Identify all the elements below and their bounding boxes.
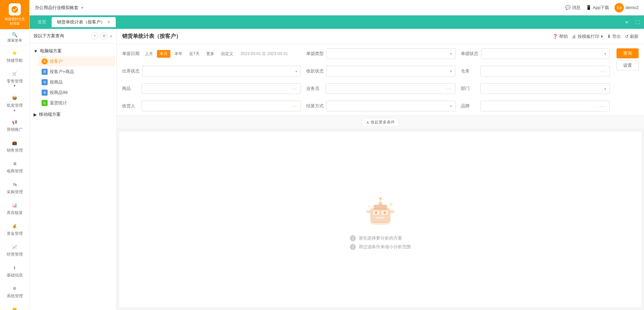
svg-point-8	[378, 202, 382, 206]
sidebar-item-sales[interactable]: 💼 销售管理	[0, 136, 29, 157]
export-btn[interactable]: ⬇ 导出	[607, 34, 621, 40]
sidebar-item-enterprise[interactable]: 🤝 企业协同	[0, 302, 29, 310]
scheme-item-by-customer-product[interactable]: 图 按客户+商品	[38, 67, 115, 77]
sidebar-item-basic[interactable]: ℹ 基础信息	[0, 261, 29, 281]
quick-nav-icon: ⭐	[11, 49, 18, 57]
hint-num-2: 2	[350, 244, 356, 250]
scheme-group-mobile-toggle[interactable]: ▶ 移动端方案	[30, 109, 116, 119]
quick-nav-label: 快捷导航	[7, 58, 23, 63]
date-tab-this-month[interactable]: 本月	[157, 50, 170, 58]
scheme-item-by-product[interactable]: 表 按商品	[38, 77, 115, 87]
salesperson-label: 业务员	[306, 86, 323, 92]
tab-close-all-btn[interactable]: ✕	[623, 18, 631, 26]
product-select[interactable]: ···	[142, 83, 301, 94]
filter-product: 商品 ···	[122, 83, 301, 94]
date-tab-this-year[interactable]: 本年	[172, 50, 185, 58]
warehouse-label: 仓库	[461, 68, 478, 74]
empty-illustration	[360, 190, 400, 230]
by-customer-product-label: 按客户+商品	[50, 69, 74, 75]
brand-select[interactable]: ···	[480, 101, 610, 111]
empty-hints: 1 请先选择要分析的方案 2 用过滤条件来缩小分析范围	[350, 235, 411, 250]
sidebar-item-wholesale[interactable]: 📦 批发管理 ▲	[0, 91, 29, 115]
refresh-btn[interactable]: ↺ 刷新	[625, 34, 639, 40]
receiver-label: 收货人	[122, 103, 139, 109]
sidebar-item-purchase[interactable]: 🛍 采购管理	[0, 177, 29, 198]
sidebar-item-system[interactable]: ⚙ 系统管理	[0, 281, 29, 302]
product-dots-icon: ···	[291, 86, 298, 91]
empty-hint-1: 1 请先选择要分析的方案	[350, 235, 411, 241]
right-panel: 销货单统计表（按客户） ❓ 帮助 🖨 按模板打印 ▾ ⬇ 导出	[117, 29, 644, 310]
order-state-select[interactable]: ▾	[481, 48, 610, 59]
sidebar-item-marketing[interactable]: 📢 营销推广	[0, 115, 29, 136]
app-logo: 畅捷通好生意 标准版	[0, 0, 30, 29]
order-state-arrow-icon: ▾	[604, 52, 606, 56]
finance-label: 资金管理	[7, 231, 23, 237]
tab-maximize-btn[interactable]: ⛶	[633, 18, 641, 26]
sidebar-item-search[interactable]: 🔍 搜索菜单	[0, 29, 29, 46]
app-download-label: App下载	[593, 5, 609, 11]
tab-close-btn[interactable]: ✕	[107, 20, 110, 24]
date-tab-last-month[interactable]: 上月	[142, 50, 156, 58]
scheme-item-by-product-99[interactable]: 表 按商品99	[38, 88, 115, 98]
scheme-collapse-btn[interactable]: «	[110, 33, 112, 39]
tab-home[interactable]: 首页	[32, 17, 52, 27]
date-tab-more[interactable]: 更多	[204, 50, 217, 58]
warehouse-select[interactable]: ···	[480, 66, 610, 76]
message-btn[interactable]: 💬 消息	[565, 5, 581, 11]
sidebar-item-retail[interactable]: 🛒 零售管理 ▼	[0, 67, 29, 91]
by-product-label: 按商品	[50, 79, 63, 85]
industry-dropdown-btn[interactable]: ▾	[81, 5, 83, 10]
receiver-select[interactable]: ···	[142, 101, 301, 111]
salesperson-select[interactable]: ···	[326, 83, 455, 94]
filter-date: 单据日期 上月 本月 本年 近7天 更多 自定义	[122, 50, 301, 58]
settlement-select[interactable]: ▾	[326, 101, 455, 111]
collection-state-select[interactable]: ▾	[326, 66, 455, 76]
scheme-item-return-stat[interactable]: 柱 退货统计	[38, 98, 115, 108]
department-select[interactable]: ▾	[480, 83, 610, 94]
svg-point-13	[390, 203, 392, 206]
order-type-select[interactable]: ▾	[326, 48, 455, 59]
sidebar-item-quick-nav[interactable]: ⭐ 快捷导航	[0, 46, 29, 67]
order-type-label: 单据类型	[306, 51, 324, 57]
app-name: 畅捷通好生意	[5, 17, 25, 21]
collapse-more-btn[interactable]: ∧ 收起更多条件	[362, 118, 399, 127]
brand-label: 品牌	[461, 103, 478, 109]
inventory-icon: 📊	[11, 202, 18, 209]
query-btn[interactable]: 查询	[616, 48, 639, 58]
date-tab-custom[interactable]: 自定义	[218, 50, 236, 58]
sidebar-item-ecommerce[interactable]: 🖥 电商管理	[0, 157, 29, 177]
settings-btn[interactable]: 设置	[616, 60, 639, 70]
warehouse-dots-icon: ···	[600, 68, 606, 74]
print-btn[interactable]: 🖨 按模板打印 ▾	[572, 34, 603, 40]
filter-order-state: 单据状态 ▾	[461, 48, 610, 59]
avatar-text: Ea	[617, 5, 622, 10]
app-download-btn[interactable]: 📱 App下载	[586, 5, 609, 11]
ecommerce-label: 电商管理	[7, 168, 23, 174]
filter-out-state: 出库状态 ▾	[122, 66, 301, 76]
scheme-group-desktop-toggle[interactable]: ▼ 电脑端方案	[30, 46, 116, 56]
scheme-item-by-customer[interactable]: 客 按客户	[38, 56, 115, 66]
by-product-99-icon: 表	[42, 90, 48, 96]
tab-sales-stat[interactable]: 销货单统计表（按客户） ✕	[52, 17, 116, 27]
scheme-settings-btn[interactable]: ⚙	[100, 32, 108, 40]
scheme-add-btn[interactable]: +	[91, 32, 98, 40]
marketing-icon: 📢	[11, 118, 18, 126]
sidebar-item-inventory[interactable]: 📊 库存核算	[0, 198, 29, 219]
filter-area: 单据日期 上月 本月 本年 近7天 更多 自定义	[117, 44, 644, 116]
sidebar-item-finance[interactable]: 💰 资金管理	[0, 219, 29, 240]
date-tab-7days[interactable]: 近7天	[186, 50, 202, 58]
empty-state: 1 请先选择要分析的方案 2 用过滤条件来缩小分析范围	[119, 132, 641, 307]
by-customer-icon: 客	[42, 58, 48, 64]
help-btn[interactable]: ❓ 帮助	[552, 34, 568, 40]
filter-order-type: 单据类型 ▾	[306, 48, 455, 59]
out-state-select[interactable]: ▾	[142, 66, 301, 76]
scheme-group-desktop: ▼ 电脑端方案 客 按客户 图 按客户+商品	[30, 46, 116, 108]
help-icon: ❓	[552, 34, 558, 39]
sidebar: 畅捷通好生意 标准版 🔍 搜索菜单 ⭐ 快捷导航 🛒 零售管理 ▼ 📦 批发管理…	[0, 0, 30, 310]
settlement-label: 结算方式	[306, 103, 324, 109]
user-profile-btn[interactable]: Ea demo2	[614, 3, 639, 12]
sidebar-item-operations[interactable]: 📈 经营管理	[0, 240, 29, 261]
wholesale-icon: 📦	[11, 94, 18, 102]
by-product-icon: 表	[42, 79, 48, 85]
export-icon: ⬇	[607, 34, 611, 39]
